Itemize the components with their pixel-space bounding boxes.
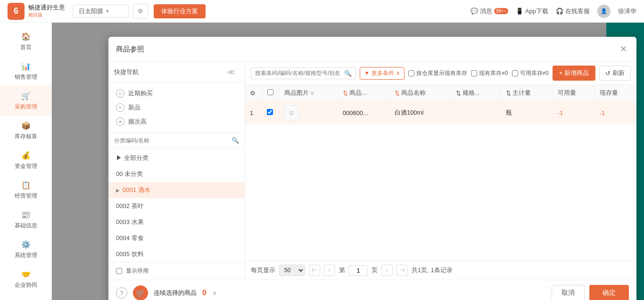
category-search: 🔍 [108,133,245,148]
nav-right: 💬 消息 99++ 📱 App下载 🎧 在线客服 👤 徐泽华 [471,5,636,18]
logo-badge: 精目版 [28,12,65,18]
quick-nav-new[interactable]: ✦ 新品 [108,100,245,115]
collapse-icon[interactable]: ≪ [223,66,239,78]
sort-icon-unit[interactable]: ⇅ [506,90,511,97]
username[interactable]: 徐泽华 [618,7,636,16]
purchase-icon: 🛒 [21,91,31,101]
enterprise-icon: 🤝 [21,269,31,279]
right-panel: 🔍 ▼ 更多条件 ∧ 按仓库显示现有库存 [245,62,636,280]
quick-nav-recent[interactable]: ⊙ 近期购买 [108,86,245,100]
home-icon: 🏠 [21,31,31,42]
modal-header: 商品参照 ✕ [108,37,636,62]
avatar[interactable]: 👤 [597,5,611,18]
col-checkbox[interactable] [262,85,279,101]
last-page-btn[interactable]: ⊣ [396,265,408,276]
toolbar-right: + 新增商品 ↺ 刷新 [553,66,631,81]
stock-ne0-checkbox[interactable] [471,70,477,76]
page-size-select[interactable]: 50 100 200 [279,265,305,276]
category-0005[interactable]: 0005 饮料 [108,246,245,262]
sidebar-item-enterprise[interactable]: 🤝 企业协同 [0,264,51,294]
sidebar-item-system[interactable]: ⚙️ 系统管理 [0,234,51,264]
col-settings[interactable]: ⚙ [245,85,262,101]
cancel-btn[interactable]: 取消 [552,285,585,300]
basic-info-icon: 📰 [21,209,31,220]
sort-icon-spec[interactable]: ⇅ [456,90,461,97]
prev-page-btn[interactable]: ‹ [324,265,335,276]
gear-icon[interactable]: ⚙ [133,4,148,19]
next-page-btn[interactable]: › [381,265,393,276]
row-checkbox[interactable] [262,101,279,125]
sidebar-item-home[interactable]: 🏠 首页 [0,26,51,56]
refresh-btn[interactable]: ↺ 刷新 [599,66,631,81]
col-unit: ⇅ 主计量 [501,85,553,101]
phone-icon: 📱 [516,8,523,15]
close-icon[interactable]: ✕ [618,43,629,55]
quick-nav: ⊙ 近期购买 ✦ 新品 ★ 频次高 [108,83,245,133]
sidebar-item-basic-info[interactable]: 📰 基础信息 [0,205,51,234]
settings-icon[interactable]: ⚙ [250,90,256,97]
row-stock: -1 [595,101,636,125]
finance-icon: 💰 [21,150,31,160]
search-icon[interactable]: 🔍 [344,70,352,77]
sort-icon[interactable]: ⇅ [343,90,348,97]
sidebar-item-sales[interactable]: 📊 销售管理 [0,56,51,86]
logo-name: 畅捷通好生意 [28,4,65,12]
category-0003[interactable]: 0003 水果 [108,214,245,230]
table-row[interactable]: 1 🖼 000600... 白酒100ml [245,101,636,125]
nav-dropdown[interactable]: 日太阳膜 ▼ [73,5,129,18]
sidebar-item-operations[interactable]: 📋 经营管理 [0,175,51,205]
col-code: ⇅ 商品... [338,85,390,101]
sort-icon[interactable]: ⇅ [310,91,314,96]
add-product-btn[interactable]: + 新增商品 [553,66,595,81]
footer-buttons: 取消 确定 [552,285,629,300]
product-thumbnail: 🖼 [284,105,299,120]
left-panel-bottom: 显示停用 [108,262,245,280]
right-panel-toolbar: 🔍 ▼ 更多条件 ∧ 按仓库显示现有库存 [245,62,636,85]
system-icon: ⚙️ [21,239,31,250]
row-select-checkbox[interactable] [267,109,273,115]
category-0002[interactable]: 0002 茶叶 [108,198,245,214]
checkbox-stock-ne0[interactable]: 现有库存≠0 [471,69,508,77]
logo-area: 6 畅捷通好生意 精目版 [8,3,65,20]
sidebar-item-purchase[interactable]: 🛒 采购管理 [0,86,51,116]
confirm-btn[interactable]: 确定 [589,285,629,300]
col-spec: ⇅ 规格... [451,85,501,101]
help-icon[interactable]: ? [116,287,127,299]
sort-icon-name[interactable]: ⇅ [395,90,400,97]
left-panel-top: 快捷导航 ≪ [108,62,245,83]
category-all[interactable]: ▶ 全部分类 [108,150,245,166]
select-all-checkbox[interactable] [267,89,273,95]
chevron-down-icon: ▼ [105,8,110,14]
filter-btn[interactable]: ▼ 更多条件 ∧ [360,67,405,80]
app-download-btn[interactable]: 📱 App下载 [516,7,548,16]
sidebar-item-inventory[interactable]: 📦 库存核算 [0,116,51,145]
experience-btn[interactable]: 体验行业方案 [154,4,206,18]
category-list: ▶ 全部分类 00 未分类 ▶ 0001 酒水 0002 茶叶 [108,148,245,262]
filter-icon: ▼ [364,70,370,76]
available-ne0-checkbox[interactable] [512,70,518,76]
sidebar-item-guide[interactable]: 📖 新手引导 [0,294,51,300]
sidebar-item-finance[interactable]: 💰 资金管理 [0,145,51,175]
product-table-wrapper: ⚙ 商品图片 ⇅ [245,85,636,260]
customer-service-btn[interactable]: 🎧 在线客服 [556,7,590,16]
quick-nav-frequent[interactable]: ★ 频次高 [108,115,245,129]
row-thumb: 🖼 [279,101,338,125]
search-icon[interactable]: 🔍 [231,137,239,144]
category-0004[interactable]: 0004 零食 [108,230,245,246]
category-0001[interactable]: ▶ 0001 酒水 [108,182,245,198]
col-stock: 现存量 [595,85,636,101]
page-number-input[interactable] [349,265,368,276]
first-page-btn[interactable]: ⊢ [309,265,320,276]
warehouse-checkbox[interactable] [408,70,414,76]
footer-collapse-icon[interactable]: ∧ [212,289,217,297]
product-search-input[interactable] [255,70,341,76]
checkbox-available-ne0[interactable]: 可用库存≠0 [512,69,549,77]
checkbox-warehouse[interactable]: 按仓库显示现有库存 [408,69,467,77]
notification-btn[interactable]: 💬 消息 99++ [471,7,508,16]
category-00[interactable]: 00 未分类 [108,166,245,182]
row-spec [451,101,501,125]
pagination-bar: 每页显示 50 100 200 ⊢ ‹ 第 页 › ⊣ 共1页, 1条 [245,260,636,280]
category-search-input[interactable] [114,137,228,144]
show-disabled-checkbox[interactable] [116,268,122,274]
cart-btn[interactable]: 🛒 [133,285,148,300]
